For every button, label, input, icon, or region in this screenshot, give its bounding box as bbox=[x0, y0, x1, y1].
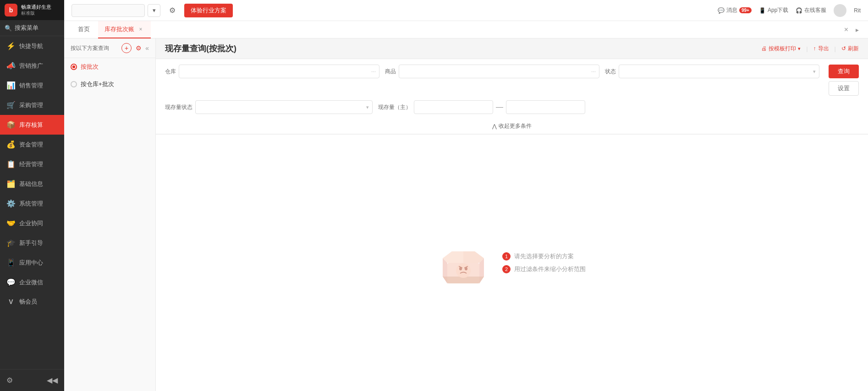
sidebar-item-marketing[interactable]: 📣 营销推广 bbox=[0, 56, 64, 76]
main-area: ▾ ⚙ 体验行业方案 💬 消息 99+ 📱 App下载 🎧 在线客服 Rit bbox=[64, 0, 868, 391]
svg-marker-5 bbox=[463, 251, 484, 263]
page-title: 现存量查询(按批次) bbox=[165, 43, 236, 54]
inventory-status-select[interactable] bbox=[195, 100, 373, 114]
svg-point-6 bbox=[456, 263, 471, 278]
filter-add-btn[interactable]: + bbox=[121, 43, 132, 53]
print-btn[interactable]: 🖨 按模板打印 ▾ bbox=[761, 45, 801, 53]
finance-icon: 💰 bbox=[6, 140, 16, 149]
sidebar-item-operations[interactable]: 📋 经营管理 bbox=[0, 154, 64, 174]
status-field: 状态 ▾ bbox=[605, 65, 819, 78]
sidebar-item-purchase[interactable]: 🛒 采购管理 bbox=[0, 95, 64, 115]
tab-close-btn[interactable]: × bbox=[137, 26, 144, 33]
print-dropdown-icon[interactable]: ▾ bbox=[798, 46, 801, 52]
export-btn[interactable]: ↑ 导出 bbox=[813, 45, 829, 53]
refresh-btn[interactable]: ↺ 刷新 bbox=[841, 45, 859, 53]
sidebar-item-quick-nav[interactable]: ⚡ 快捷导航 bbox=[0, 36, 64, 56]
search-menu[interactable]: 🔍 搜索菜单 bbox=[0, 20, 64, 36]
headset-icon: 🎧 bbox=[796, 7, 802, 14]
product-more-btn[interactable]: ··· bbox=[591, 68, 596, 75]
username[interactable]: Rit bbox=[854, 7, 861, 14]
warehouse-more-btn[interactable]: ··· bbox=[371, 68, 376, 75]
inventory-qty-label: 现存量（主） bbox=[378, 103, 411, 111]
hint-text-2: 用过滤条件来缩小分析范围 bbox=[514, 265, 586, 273]
sidebar-item-basic-info[interactable]: 🗂️ 基础信息 bbox=[0, 174, 64, 194]
sidebar-item-member[interactable]: V 畅会员 bbox=[0, 292, 64, 311]
mobile-icon: 📱 bbox=[759, 7, 766, 14]
sidebar-item-label: 企业协同 bbox=[19, 219, 43, 228]
sidebar-item-label: 系统管理 bbox=[19, 200, 43, 208]
topbar: ▾ ⚙ 体验行业方案 💬 消息 99+ 📱 App下载 🎧 在线客服 Rit bbox=[64, 0, 868, 21]
sidebar-item-system[interactable]: ⚙️ 系统管理 bbox=[0, 194, 64, 213]
filter-panel-header: 按以下方案查询 + ⚙ « bbox=[64, 38, 155, 58]
newbie-icon: 🎓 bbox=[6, 239, 16, 247]
hint-text-1: 请先选择要分析的方案 bbox=[514, 252, 574, 261]
settings-button[interactable]: 设置 bbox=[829, 81, 859, 96]
product-field: 商品 ··· bbox=[385, 65, 599, 78]
search-menu-label: 搜索菜单 bbox=[15, 24, 38, 32]
empty-hint-1: 1 请先选择要分析的方案 bbox=[502, 252, 586, 261]
tabbar: 首页 库存批次账 × × ▸ bbox=[64, 21, 868, 38]
collapse-sidebar-btn[interactable]: ◀◀ bbox=[45, 374, 60, 386]
query-header: 现存量查询(按批次) 🖨 按模板打印 ▾ | ↑ 导出 | ↺ bbox=[156, 38, 868, 59]
topbar-search-input[interactable] bbox=[71, 4, 145, 17]
inventory-status-field: 现存量状态 ▾ bbox=[165, 100, 373, 114]
trial-btn[interactable]: 体验行业方案 bbox=[184, 4, 233, 17]
tab-inventory-batch[interactable]: 库存批次账 × bbox=[98, 21, 151, 38]
filter-collapse-btn[interactable]: « bbox=[145, 44, 149, 52]
topbar-dropdown-btn[interactable]: ▾ bbox=[148, 4, 160, 17]
filter-item-warehouse-batch-label: 按仓库+批次 bbox=[81, 80, 114, 88]
filter-fields-container: 仓库 ··· 商品 ··· bbox=[156, 59, 868, 135]
inventory-icon: 📦 bbox=[6, 120, 16, 129]
sidebar-item-label: 新手引导 bbox=[19, 239, 43, 247]
sidebar-item-label: 基础信息 bbox=[19, 180, 43, 188]
panel-more-btn[interactable]: ▸ bbox=[854, 26, 861, 33]
empty-state: 1 请先选择要分析的方案 2 用过滤条件来缩小分析范围 bbox=[156, 135, 868, 391]
status-label: 状态 bbox=[605, 68, 616, 76]
query-button[interactable]: 查询 bbox=[829, 65, 859, 78]
warehouse-field: 仓库 ··· bbox=[165, 65, 379, 78]
topbar-gear-btn[interactable]: ⚙ bbox=[166, 4, 179, 17]
sidebar-item-enterprise[interactable]: 🤝 企业协同 bbox=[0, 213, 64, 233]
filter-settings-btn[interactable]: ⚙ bbox=[133, 43, 143, 53]
wechat-icon: 💬 bbox=[6, 278, 16, 287]
messages-action[interactable]: 💬 消息 99+ bbox=[718, 6, 752, 14]
tab-inventory-batch-label: 库存批次账 bbox=[104, 25, 134, 33]
topbar-left: ▾ ⚙ 体验行业方案 bbox=[71, 4, 233, 17]
avatar[interactable] bbox=[834, 4, 846, 17]
inventory-qty-max[interactable] bbox=[506, 100, 585, 114]
enterprise-icon: 🤝 bbox=[6, 219, 16, 228]
sidebar-item-label: 资金管理 bbox=[19, 141, 43, 149]
sidebar-item-newbie[interactable]: 🎓 新手引导 bbox=[0, 233, 64, 253]
sidebar-item-finance[interactable]: 💰 资金管理 bbox=[0, 135, 64, 154]
warehouse-label: 仓库 bbox=[165, 68, 176, 76]
inventory-qty-field: 现存量（主） — bbox=[378, 100, 586, 114]
empty-state-content: 1 请先选择要分析的方案 2 用过滤条件来缩小分析范围 bbox=[438, 238, 586, 288]
tab-home[interactable]: 首页 bbox=[71, 21, 96, 38]
printer-icon: 🖨 bbox=[761, 45, 767, 52]
filter-item-batch[interactable]: 按批次 bbox=[64, 58, 155, 76]
settings-footer-btn[interactable]: ⚙ bbox=[5, 374, 15, 386]
inventory-qty-min[interactable] bbox=[414, 100, 493, 114]
sidebar: b 畅康通好生意 标准版 🔍 搜索菜单 ⚡ 快捷导航 📣 营销推广 📊 销售管理… bbox=[0, 0, 64, 391]
filter-item-warehouse-batch[interactable]: 按仓库+批次 bbox=[64, 76, 155, 93]
warehouse-input[interactable] bbox=[179, 65, 379, 78]
sidebar-item-sales[interactable]: 📊 销售管理 bbox=[0, 76, 64, 95]
purchase-icon: 🛒 bbox=[6, 101, 16, 109]
sidebar-item-app-center[interactable]: 📱 应用中心 bbox=[0, 253, 64, 272]
sidebar-item-inventory[interactable]: 📦 库存核算 bbox=[0, 115, 64, 135]
status-select[interactable] bbox=[619, 65, 819, 78]
refresh-label: 刷新 bbox=[848, 45, 859, 53]
panel-close-btn[interactable]: × bbox=[841, 26, 852, 34]
product-input[interactable] bbox=[399, 65, 599, 78]
sidebar-item-label: 库存核算 bbox=[19, 121, 43, 129]
range-dash: — bbox=[496, 103, 503, 111]
export-icon: ↑ bbox=[813, 45, 816, 52]
sidebar-header: b 畅康通好生意 标准版 bbox=[0, 0, 64, 20]
sidebar-item-wechat[interactable]: 💬 企业微信 bbox=[0, 272, 64, 292]
app-download-action[interactable]: 📱 App下载 bbox=[759, 6, 788, 14]
sidebar-item-label: 快捷导航 bbox=[19, 42, 43, 50]
collapse-more-btn[interactable]: ⋀ 收起更多条件 bbox=[156, 119, 868, 134]
query-header-actions: 🖨 按模板打印 ▾ | ↑ 导出 | ↺ 刷新 bbox=[761, 45, 859, 53]
online-service-action[interactable]: 🎧 在线客服 bbox=[796, 6, 826, 14]
topbar-right: 💬 消息 99+ 📱 App下载 🎧 在线客服 Rit bbox=[718, 4, 861, 17]
